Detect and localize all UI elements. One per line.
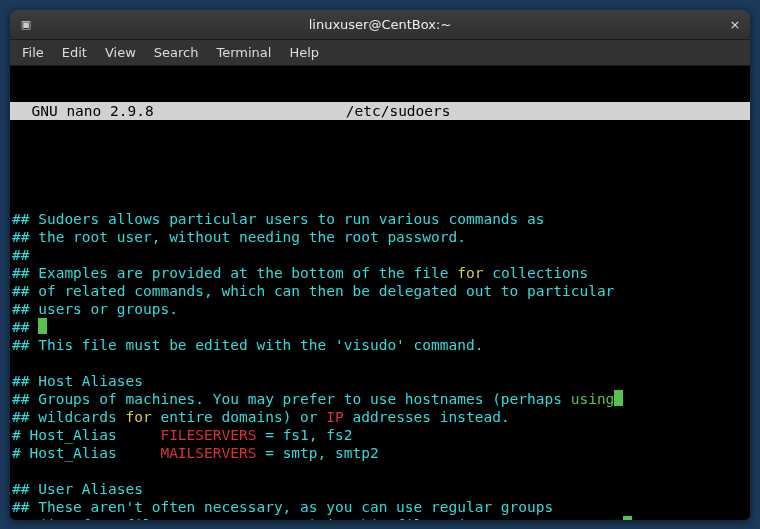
menu-file[interactable]: File	[22, 45, 44, 60]
menubar: File Edit View Search Terminal Help	[10, 40, 750, 66]
app-icon: ▣	[18, 16, 34, 32]
editor-header: GNU nano 2.9.8 /etc/sudoers	[10, 102, 750, 120]
menu-search[interactable]: Search	[154, 45, 199, 60]
menu-help[interactable]: Help	[289, 45, 319, 60]
titlebar: ▣ linuxuser@CentBox:~ ×	[10, 10, 750, 40]
terminal-window: ▣ linuxuser@CentBox:~ × File Edit View S…	[10, 10, 750, 520]
close-button[interactable]: ×	[726, 15, 744, 33]
window-title: linuxuser@CentBox:~	[309, 17, 452, 32]
editor-gap	[10, 156, 750, 174]
menu-view[interactable]: View	[105, 45, 136, 60]
terminal-viewport[interactable]: GNU nano 2.9.8 /etc/sudoers ## Sudoers a…	[10, 66, 750, 520]
file-content: ## Sudoers allows particular users to ru…	[10, 210, 750, 520]
menu-terminal[interactable]: Terminal	[216, 45, 271, 60]
menu-edit[interactable]: Edit	[62, 45, 87, 60]
